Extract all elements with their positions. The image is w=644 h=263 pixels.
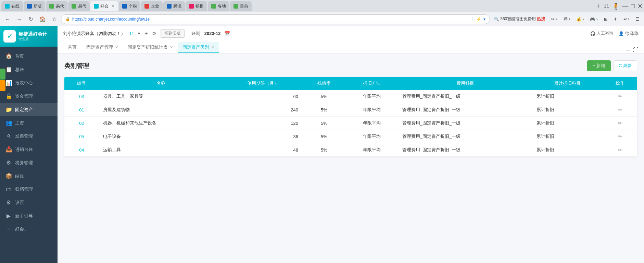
- row-code[interactable]: 01: [64, 103, 99, 117]
- edit-icon[interactable]: ✏: [618, 147, 622, 153]
- toolbar-actions: 🔍 360智能抠图免费用 热搜 ✂ › 译 › 💰 › 🎮 › ⊞ ☀ ↩ › …: [492, 15, 641, 23]
- close-window-icon[interactable]: ✕: [637, 2, 643, 10]
- tab-area-expand[interactable]: ⛶: [633, 47, 639, 53]
- search-bar[interactable]: 🔍 360智能抠图免费用 热搜: [492, 15, 547, 23]
- page-tab-home[interactable]: 首页: [63, 42, 81, 53]
- tab-area-minimize[interactable]: ─: [627, 47, 630, 53]
- edge-btn-2[interactable]: [0, 80, 5, 91]
- page-tab-close-fixed-asset-mgmt[interactable]: ✕: [115, 45, 118, 50]
- page-tab-fixed-asset-category[interactable]: 固定资产类别 ✕: [178, 42, 219, 53]
- sidebar-item-fixed-asset[interactable]: 📁 固定资产: [0, 103, 58, 116]
- browser-tab-tab7[interactable]: 企业: [141, 1, 163, 11]
- left-edge-buttons: [0, 69, 5, 91]
- grid-action[interactable]: ⊞: [602, 16, 609, 23]
- switch-to-old-btn[interactable]: 切到旧版: [161, 29, 185, 38]
- browser-tab-tab6[interactable]: 个税: [119, 1, 140, 11]
- browser-tab-tab3[interactable]: 易代: [46, 1, 67, 11]
- sidebar-item-tax[interactable]: ⚙ 税务管理: [0, 156, 58, 169]
- page-tab-fixed-asset-mgmt[interactable]: 固定资产管理 ✕: [81, 42, 123, 53]
- user-avatar-btn[interactable]: 👤 徐泽华: [619, 31, 639, 37]
- edit-icon[interactable]: ✏: [618, 134, 622, 139]
- row-code[interactable]: 03: [64, 90, 99, 103]
- browser-tab-tab2[interactable]: 新版: [24, 1, 45, 11]
- scissors-action[interactable]: ✂ ›: [549, 16, 559, 23]
- undo-action[interactable]: ↩ ›: [621, 16, 631, 23]
- browser-tab-tab10[interactable]: 各地: [208, 1, 229, 11]
- game-action[interactable]: 🎮 ›: [588, 16, 599, 23]
- row-edit-btn[interactable]: ✏: [603, 103, 637, 117]
- row-method: 年限平均: [346, 130, 398, 143]
- sidebar-item-home[interactable]: 🏠 首页: [0, 49, 58, 63]
- refresh-btn[interactable]: C 刷新: [614, 60, 637, 71]
- maximize-window-icon[interactable]: □: [631, 3, 635, 10]
- row-method: 年限平均: [346, 90, 398, 103]
- sidebar-brand-sub: 专业版: [18, 37, 47, 41]
- bookmark-button[interactable]: ☆: [49, 14, 59, 24]
- row-code[interactable]: 05: [64, 130, 99, 143]
- sidebar-item-close[interactable]: 📦 结账: [0, 169, 58, 183]
- row-code[interactable]: 04: [64, 143, 99, 157]
- forward-button[interactable]: →: [14, 14, 24, 24]
- row-edit-btn[interactable]: ✏: [603, 90, 637, 103]
- page-tabs: 首页 固定资产管理 ✕固定资产折旧统计表 ✕固定资产类别 ✕─ ⛶: [58, 41, 644, 53]
- row-edit-btn[interactable]: ✏: [603, 130, 637, 143]
- row-expense: 管理费用_固定资产折旧_一级: [398, 130, 532, 143]
- row-name: 房屋及建筑物: [99, 103, 223, 117]
- page-title: 类别管理: [64, 62, 89, 70]
- new-tab-button[interactable]: +: [594, 1, 603, 11]
- menu-action[interactable]: ☰: [633, 16, 641, 23]
- browser-tab-tab11[interactable]: 目前: [230, 1, 252, 11]
- edit-icon[interactable]: ✏: [618, 94, 622, 99]
- settings-icon[interactable]: ⚙: [152, 31, 156, 36]
- calendar-icon[interactable]: 📅: [225, 31, 230, 36]
- translate-action[interactable]: 译 ›: [561, 15, 572, 23]
- sidebar-item-payroll[interactable]: 👥 工资: [0, 116, 58, 130]
- browser-tab-tab5[interactable]: 好会 ✕: [90, 1, 118, 11]
- back-button[interactable]: ←: [3, 14, 12, 24]
- page-tab-fixed-asset-depreciation[interactable]: 固定资产折旧统计表 ✕: [123, 42, 178, 53]
- row-residual: 5%: [302, 90, 346, 103]
- table-header-残值率: 残值率: [302, 77, 346, 90]
- dropdown-arrow[interactable]: ▾: [138, 31, 140, 36]
- add-account-btn[interactable]: +: [144, 31, 148, 37]
- sidebar-item-inventory[interactable]: 📥 进销台账: [0, 143, 58, 156]
- row-code[interactable]: 02: [64, 117, 99, 130]
- edit-icon[interactable]: ✏: [618, 107, 622, 112]
- lock-icon: 🔒: [65, 17, 70, 21]
- page-tab-close-fixed-asset-depreciation[interactable]: ✕: [170, 45, 173, 50]
- add-category-btn[interactable]: + 新增: [587, 60, 611, 71]
- sidebar-item-archive[interactable]: 🗃 归档管理: [0, 183, 58, 196]
- browser-tab-tab1[interactable]: 在线: [1, 1, 23, 11]
- row-period: 60: [223, 90, 302, 103]
- browser-settings-icon[interactable]: ⋮: [470, 17, 474, 22]
- address-bar[interactable]: 🔒 https://cloud.chanjet.com/accounting/u…: [61, 14, 490, 24]
- browser-tab-tab4[interactable]: 易代: [68, 1, 90, 11]
- wallet-action[interactable]: 💰 ›: [574, 16, 586, 23]
- sidebar-item-guide[interactable]: ▶ 新手引导: [0, 209, 58, 223]
- lightning-icon[interactable]: ⚡: [476, 17, 481, 22]
- home-button[interactable]: 🏠: [38, 14, 47, 24]
- service-btn[interactable]: 🎧 人工咨询: [590, 31, 613, 36]
- browser-tab-tab8[interactable]: 腾讯: [163, 1, 185, 11]
- sidebar-item-funds[interactable]: 🔒 资金管理: [0, 89, 58, 103]
- sidebar-item-settings[interactable]: ⚙ 设置: [0, 196, 58, 209]
- page-tab-close-fixed-asset-category[interactable]: ✕: [211, 45, 214, 50]
- sidebar-icon-tax: ⚙: [5, 159, 12, 166]
- sidebar-item-ledger[interactable]: 📋 总账: [0, 63, 58, 76]
- sidebar-item-report[interactable]: 📊 报表中心: [0, 76, 58, 89]
- row-period: 120: [223, 117, 302, 130]
- sun-action[interactable]: ☀: [611, 16, 619, 23]
- browser-tab-tab9[interactable]: 畅提: [186, 1, 207, 11]
- tab-profile-icon[interactable]: 🧍: [612, 2, 619, 10]
- tab-count-badge[interactable]: 11: [604, 3, 609, 9]
- sidebar-label-ledger: 总账: [15, 67, 24, 73]
- row-edit-btn[interactable]: ✏: [603, 143, 637, 157]
- sidebar-item-invoice[interactable]: 🖨 发票管理: [0, 130, 58, 143]
- row-edit-btn[interactable]: ✏: [603, 117, 637, 130]
- reload-button[interactable]: ↻: [26, 14, 36, 24]
- sidebar-item-more[interactable]: ≡ 好会...: [0, 223, 58, 236]
- edge-btn-1[interactable]: [0, 69, 5, 80]
- dropdown-icon[interactable]: ▾: [483, 17, 485, 22]
- minimize-window-icon[interactable]: ―: [622, 3, 628, 10]
- edit-icon[interactable]: ✏: [618, 120, 622, 126]
